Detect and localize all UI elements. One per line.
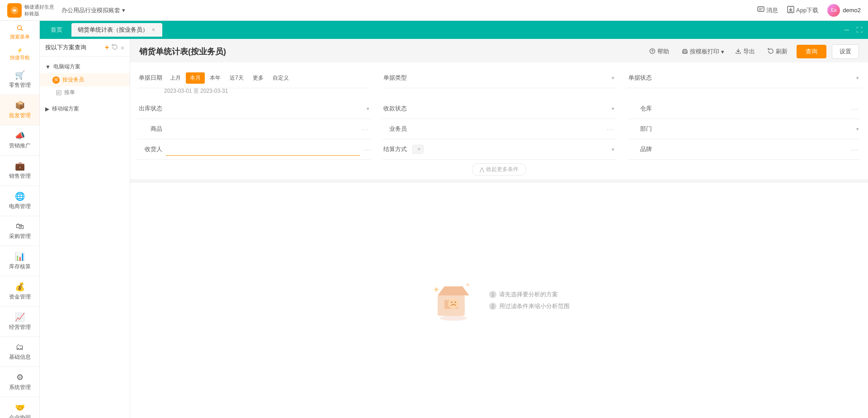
operations-icon: 📈 <box>15 312 25 322</box>
payment-method-tag-close[interactable]: × <box>417 146 420 152</box>
payment-method-label: 结算方式 <box>382 145 407 153</box>
date-tab-last7days[interactable]: 近7天 <box>226 72 248 84</box>
logo-area: 畅捷通好生意 标账版 <box>7 3 54 18</box>
salesman-scheme-item[interactable]: 按 按业务员 <box>40 73 130 86</box>
date-tab-current-month[interactable]: 本月 <box>186 72 205 84</box>
svg-point-6 <box>652 52 652 52</box>
tab-active[interactable]: 销货单统计表（按业务员） × <box>71 23 162 37</box>
date-tab-last-month[interactable]: 上月 <box>166 72 185 84</box>
goods-select[interactable]: ··· <box>166 123 371 135</box>
salesman-filter-cell: 业务员 ··· <box>382 119 616 139</box>
sales-icon: 💼 <box>15 161 25 171</box>
brand-select[interactable]: ··· <box>656 143 861 156</box>
tab-minimize-button[interactable]: ─ <box>843 24 851 35</box>
payment-status-select[interactable]: ▾ <box>410 102 616 115</box>
tab-close-button[interactable]: × <box>151 26 156 34</box>
desktop-scheme-group: ▼ 电脑端方案 按 按业务员 按单 <box>40 57 130 102</box>
order-scheme-item[interactable]: 按单 <box>40 86 130 99</box>
download-action[interactable]: App下载 <box>787 6 818 14</box>
sidebar-item-basic[interactable]: 🗂 基础信息 <box>0 337 39 367</box>
add-scheme-button[interactable]: + <box>105 43 109 52</box>
payment-method-filter-cell: 结算方式 × ▾ <box>382 139 616 160</box>
main-content: 销货单统计表(按业务员) 帮助 <box>130 39 868 418</box>
date-tab-custom[interactable]: 自定义 <box>269 72 293 84</box>
sidebar-item-marketing[interactable]: 📣 营销推广 <box>0 125 39 156</box>
refresh-button[interactable]: 刷新 <box>764 46 791 57</box>
warehouse-select[interactable]: ··· <box>656 102 861 115</box>
sidebar-item-operations[interactable]: 📈 经营管理 <box>0 307 39 337</box>
empty-tip-1: 1 请先选择要分析的方案 <box>489 290 570 299</box>
sidebar-item-label: 零售管理 <box>9 81 31 89</box>
salesman-scheme-icon: 按 <box>52 76 60 84</box>
consignee-input[interactable] <box>166 143 360 156</box>
system-icon: ⚙ <box>16 372 24 382</box>
goods-filter-cell: 商品 ··· <box>137 119 371 139</box>
page-title: 销货单统计表(按业务员) <box>139 46 226 57</box>
sidebar-item-inventory[interactable]: 📊 库存核算 <box>0 246 39 276</box>
doc-status-label: 单据状态 <box>627 74 652 82</box>
panel-layout: 按以下方案查询 + « ▼ <box>40 39 868 418</box>
sidebar-item-wholesale[interactable]: 📦 批发管理 <box>0 95 39 125</box>
tab-maximize-button[interactable]: ⛶ <box>854 24 864 35</box>
date-tab-current-year[interactable]: 本年 <box>206 72 225 84</box>
collapse-up-icon: ⋀ <box>480 166 484 173</box>
doc-type-filter-cell: 单据类型 ▾ <box>382 68 616 88</box>
consignee-dots-icon: ··· <box>363 146 371 153</box>
sidebar-item-label: 经营管理 <box>9 323 31 331</box>
sidebar-item-label: 营销推广 <box>9 142 31 150</box>
consignee-label: 收货人 <box>137 145 162 153</box>
salesman-select[interactable]: ··· <box>410 123 616 135</box>
salesman-dots-icon: ··· <box>607 126 614 133</box>
department-label: 部门 <box>627 125 652 133</box>
warehouse-filter-cell: 仓库 ··· <box>627 99 861 119</box>
collapse-sidebar-icon[interactable]: « <box>121 44 124 51</box>
message-action[interactable]: 消息 <box>757 6 778 14</box>
refresh-scheme-icon[interactable] <box>112 44 118 52</box>
tab-home[interactable]: 首页 <box>43 23 70 37</box>
doc-type-select[interactable]: ▾ <box>410 71 616 84</box>
sidebar-item-retail[interactable]: 🛒 零售管理 <box>0 65 39 95</box>
desktop-scheme-group-title[interactable]: ▼ 电脑端方案 <box>40 60 130 73</box>
sidebar-item-system[interactable]: ⚙ 系统管理 <box>0 367 39 397</box>
stock-status-label: 出库状态 <box>137 104 162 113</box>
export-button[interactable]: 导出 <box>731 46 759 57</box>
query-button[interactable]: 查询 <box>797 45 826 58</box>
print-button[interactable]: 按模板打印 ▾ <box>678 46 726 57</box>
sidebar-item-ecommerce[interactable]: 🌐 电商管理 <box>0 186 39 216</box>
sidebar-item-purchase[interactable]: 🛍 采购管理 <box>0 216 39 246</box>
tab-active-label: 销货单统计表（按业务员） <box>78 26 148 34</box>
header-right: 消息 App下载 Ea demo2 <box>757 4 861 17</box>
help-button[interactable]: 帮助 <box>646 46 673 57</box>
department-filter-cell: 部门 ▾ <box>627 119 861 139</box>
filter-section: 单据日期 上月 本月 本年 <box>130 62 868 160</box>
mobile-scheme-group[interactable]: ▶ 移动端方案 <box>40 102 130 115</box>
user-area[interactable]: Ea demo2 <box>827 4 861 17</box>
doc-status-select[interactable]: ▾ <box>656 71 861 84</box>
stock-status-select[interactable]: ▾ <box>166 102 371 115</box>
query-sidebar-header: 按以下方案查询 + « <box>40 39 130 57</box>
department-select[interactable]: ▾ <box>656 123 861 135</box>
print-icon <box>682 48 688 56</box>
query-sidebar-title: 按以下方案查询 <box>45 43 86 52</box>
sidebar-item-label: 企业协同 <box>9 414 31 418</box>
empty-illustration <box>429 275 478 326</box>
sidebar-item-finance[interactable]: 💰 资金管理 <box>0 276 39 307</box>
collapse-button[interactable]: ⋀ 收起更多条件 <box>472 163 526 176</box>
sidebar-item-enterprise[interactable]: 🤝 企业协同 <box>0 397 39 418</box>
payment-method-chevron-icon: ▾ <box>612 147 614 152</box>
main-layout: 搜索菜单 ⚡ 快捷导航 🛒 零售管理 📦 批发管理 📣 营销推广 💼 销售管理 … <box>0 21 868 418</box>
sidebar-quicknav[interactable]: ⚡ 快捷导航 <box>0 44 39 65</box>
basic-icon: 🗂 <box>16 342 24 352</box>
payment-status-chevron-icon: ▾ <box>612 106 614 112</box>
app-selector[interactable]: 办公用品行业模拟账套 ▾ <box>58 5 129 16</box>
sidebar-search[interactable]: 搜索菜单 <box>0 21 39 44</box>
date-tab-more[interactable]: 更多 <box>249 72 268 84</box>
stock-status-filter-cell: 出库状态 ▾ <box>137 99 371 119</box>
help-icon <box>649 48 656 56</box>
sidebar-item-sales[interactable]: 💼 销售管理 <box>0 156 39 186</box>
message-icon <box>757 6 764 14</box>
filter-row-3: 商品 ··· 业务员 ··· <box>137 119 861 139</box>
settings-button[interactable]: 设置 <box>832 44 859 59</box>
payment-method-select[interactable]: × ▾ <box>410 143 616 156</box>
consignee-filter-cell: 收货人 ··· <box>137 139 371 160</box>
